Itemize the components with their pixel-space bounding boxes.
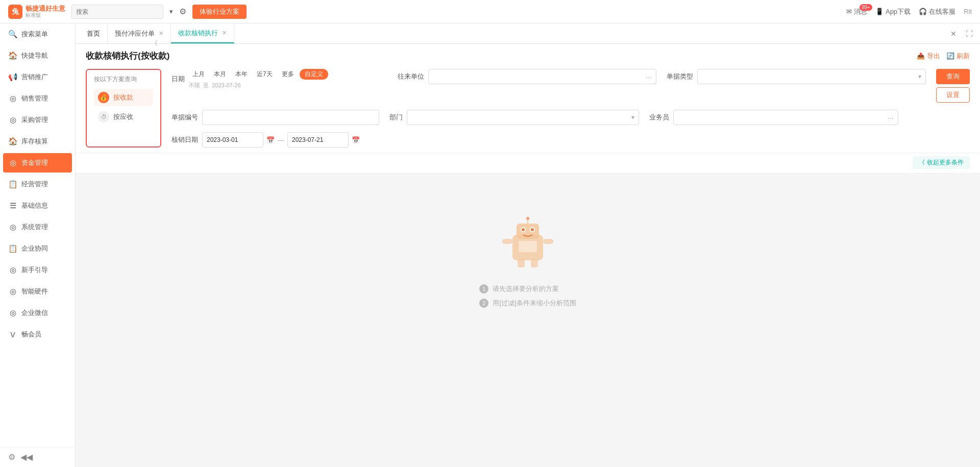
svg-rect-9 bbox=[531, 259, 538, 267]
brand-sub: 标准版 bbox=[26, 12, 65, 18]
writeoff-start-input[interactable] bbox=[202, 132, 263, 148]
refresh-btn[interactable]: 🔄 刷新 bbox=[946, 52, 970, 61]
tab-home[interactable]: 首页 bbox=[80, 23, 108, 43]
filter-field-writeoff-date: 核销日期 📅 — 📅 bbox=[172, 132, 970, 148]
writeoff-start-cal-icon[interactable]: 📅 bbox=[266, 136, 275, 144]
writeoff-end-input[interactable] bbox=[287, 132, 349, 148]
svg-point-4 bbox=[522, 228, 525, 231]
empty-state-icon bbox=[497, 214, 558, 272]
export-label: 导出 bbox=[927, 52, 940, 61]
user-name[interactable]: Rit bbox=[964, 8, 972, 15]
date-btn-more[interactable]: 更多 bbox=[278, 69, 298, 80]
svg-point-12 bbox=[526, 217, 529, 220]
app-label: App下载 bbox=[886, 7, 911, 16]
wechat-icon: ◎ bbox=[8, 308, 17, 317]
export-icon: 📤 bbox=[917, 52, 925, 60]
sidebar-item-operations[interactable]: 📋 经营管理 bbox=[0, 174, 75, 195]
salesman-label: 业务员 bbox=[649, 113, 669, 122]
sidebar-label-operations: 经营管理 bbox=[21, 180, 48, 189]
collapse-sidebar-icon[interactable]: ◀◀ bbox=[20, 452, 33, 462]
date-btn-this-month[interactable]: 本月 bbox=[210, 69, 230, 80]
tab-maximize-icon[interactable]: ⛶ bbox=[963, 29, 976, 39]
empty-tip-2: 2 用[过滤]条件来缩小分析范围 bbox=[479, 299, 576, 308]
sidebar-label-inventory: 库存核算 bbox=[21, 137, 48, 146]
dept-label: 部门 bbox=[389, 113, 403, 122]
sidebar-item-smart-hw[interactable]: ◎ 智能硬件 bbox=[0, 281, 75, 302]
svg-rect-6 bbox=[502, 239, 512, 244]
filter-field-doc-num: 单据编号 bbox=[172, 110, 379, 125]
search-input[interactable] bbox=[71, 5, 163, 19]
industry-btn[interactable]: 体验行业方案 bbox=[192, 5, 247, 19]
sidebar-item-base-info[interactable]: ☰ 基础信息 bbox=[0, 195, 75, 216]
tab-prepay[interactable]: 预付冲应付单 ✕ bbox=[108, 23, 171, 43]
collapse-more-btn[interactable]: 《 收起更多条件 bbox=[913, 156, 970, 169]
sidebar-item-quick-nav[interactable]: 🏠 快捷导航 bbox=[0, 45, 75, 66]
collapse-up-icon: 《 bbox=[919, 158, 925, 167]
query-btn[interactable]: 查询 bbox=[936, 69, 970, 84]
settings-bottom-icon[interactable]: ⚙ bbox=[8, 452, 15, 462]
sidebar-item-inventory[interactable]: 🏠 库存核算 bbox=[0, 131, 75, 152]
sidebar-item-guide[interactable]: ◎ 新手引导 bbox=[0, 259, 75, 281]
sidebar-label-enterprise: 企业协同 bbox=[21, 244, 48, 253]
gear-icon[interactable]: ⚙ bbox=[179, 7, 186, 16]
filter-collapse-btn[interactable]: 《 bbox=[151, 44, 158, 48]
filter-option-by-receipt[interactable]: 💰 按收款 bbox=[94, 89, 153, 106]
filter-row-2: 单据编号 部门 ▾ 业务员 bbox=[172, 110, 970, 125]
tab-receipts-close[interactable]: ✕ bbox=[222, 30, 227, 36]
refresh-icon: 🔄 bbox=[946, 52, 954, 60]
date-btn-custom[interactable]: 自定义 bbox=[300, 69, 328, 80]
sidebar-item-system[interactable]: ◎ 系统管理 bbox=[0, 216, 75, 238]
service-btn[interactable]: 🎧 在线客服 bbox=[919, 7, 955, 16]
export-btn[interactable]: 📤 导出 bbox=[917, 52, 940, 61]
dept-select[interactable]: ▾ bbox=[407, 110, 639, 125]
doc-num-input[interactable] bbox=[202, 110, 379, 125]
writeoff-end-cal-icon[interactable]: 📅 bbox=[352, 136, 360, 144]
sidebar-label-quick-nav: 快捷导航 bbox=[21, 51, 48, 60]
app-download-btn[interactable]: 📱 App下载 bbox=[875, 7, 911, 16]
member-icon: V bbox=[8, 330, 17, 339]
message-btn[interactable]: ✉ 消息 99+ bbox=[846, 7, 867, 16]
sidebar-item-marketing[interactable]: 📢 营销推广 bbox=[0, 66, 75, 88]
doc-num-label: 单据编号 bbox=[172, 113, 198, 122]
content-area: 首页 预付冲应付单 ✕ 收款核销执行 ✕ ✕ ⛶ 收款核销执行(按收款) bbox=[76, 23, 980, 467]
message-icon: ✉ bbox=[846, 8, 852, 15]
dropdown-btn[interactable]: ▾ bbox=[169, 8, 173, 15]
date-btn-7days[interactable]: 近7天 bbox=[253, 69, 276, 80]
filter-left-panel: 按以下方案查询 💰 按收款 ⏱ 按应收 bbox=[86, 69, 161, 148]
by-receipt-label: 按收款 bbox=[113, 93, 133, 102]
quick-nav-icon: 🏠 bbox=[8, 51, 17, 60]
sidebar-label-system: 系统管理 bbox=[21, 223, 48, 232]
settings-btn[interactable]: 设置 bbox=[936, 87, 970, 103]
sidebar-item-capital[interactable]: ◎ 资金管理 bbox=[3, 153, 72, 173]
sidebar-item-sales[interactable]: ◎ 销售管理 bbox=[0, 88, 75, 109]
counterpart-input[interactable]: ··· bbox=[428, 69, 657, 84]
writeoff-date-range: 📅 — 📅 bbox=[202, 132, 360, 148]
doc-type-select[interactable]: ▾ bbox=[697, 69, 926, 84]
sidebar-item-purchase[interactable]: ◎ 采购管理 bbox=[0, 109, 75, 131]
tab-close-all-icon[interactable]: ✕ bbox=[947, 29, 960, 39]
tip-num-2: 2 bbox=[479, 299, 488, 308]
sidebar-item-enterprise[interactable]: 📋 企业协同 bbox=[0, 238, 75, 259]
empty-tip-1: 1 请先选择要分析的方案 bbox=[479, 284, 576, 293]
sidebar-item-member[interactable]: V 畅会员 bbox=[0, 324, 75, 345]
page-header-actions: 📤 导出 🔄 刷新 bbox=[917, 52, 970, 61]
date-btn-this-year[interactable]: 本年 bbox=[232, 69, 251, 80]
sidebar-item-search-menu[interactable]: 🔍 搜索菜单 bbox=[0, 23, 75, 45]
app-icon: 📱 bbox=[875, 8, 884, 15]
sidebar: 🔍 搜索菜单 🏠 快捷导航 📢 营销推广 ◎ 销售管理 ◎ 采购管理 🏠 库存核… bbox=[0, 23, 76, 467]
system-icon: ◎ bbox=[8, 223, 17, 232]
logo: 兔 畅捷通好生意 标准版 bbox=[8, 5, 65, 19]
salesman-input[interactable]: ··· bbox=[673, 110, 898, 125]
tab-receipts[interactable]: 收款核销执行 ✕ bbox=[171, 23, 234, 43]
sidebar-label-capital: 资金管理 bbox=[21, 158, 48, 167]
date-btn-last-month[interactable]: 上月 bbox=[189, 69, 208, 80]
tab-prepay-close[interactable]: ✕ bbox=[159, 30, 163, 37]
base-info-icon: ☰ bbox=[8, 201, 17, 210]
sidebar-item-wechat[interactable]: ◎ 企业微信 bbox=[0, 302, 75, 324]
svg-rect-7 bbox=[543, 239, 553, 244]
filter-option-by-receivable[interactable]: ⏱ 按应收 bbox=[94, 108, 153, 126]
refresh-label: 刷新 bbox=[957, 52, 970, 61]
date-range-sep: — bbox=[278, 136, 284, 144]
by-receipt-icon: 💰 bbox=[98, 92, 109, 103]
doc-type-label: 单据类型 bbox=[667, 72, 693, 81]
